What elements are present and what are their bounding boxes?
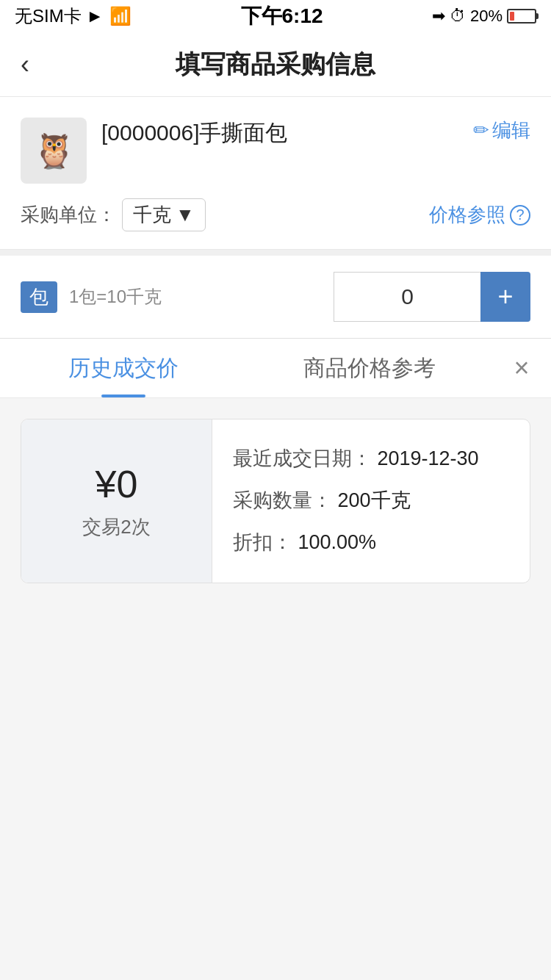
price-history-card: ¥0 交易2次 最近成交日期： 2019-12-30 采购数量： 200千克 折… [21, 419, 530, 583]
battery-percent: 20% [470, 7, 503, 26]
product-logo-image: 🦉 [33, 134, 75, 167]
date-row: 最近成交日期： 2019-12-30 [233, 443, 509, 475]
wifi-icon: 📶 [109, 6, 132, 26]
status-bar: 无SIM卡 ► 📶 下午6:12 ➡ ⏱ 20% [0, 0, 551, 32]
tab-product-price-ref[interactable]: 商品价格参考 [246, 339, 492, 397]
nav-bar: ‹ 填写商品采购信息 [0, 32, 551, 97]
qty-left: 包 1包=10千克 [21, 281, 162, 313]
trade-count: 交易2次 [82, 514, 150, 540]
product-logo: 🦉 [21, 118, 87, 184]
status-right: ➡ ⏱ 20% [432, 7, 536, 26]
tab-section: 历史成交价 商品价格参考 × [0, 339, 551, 398]
product-header: 🦉 [0000006]手撕面包 ✏ 编辑 [21, 118, 530, 184]
unit-conversion: 1包=10千克 [69, 285, 162, 309]
price-card-left: ¥0 交易2次 [21, 419, 212, 583]
status-time: 下午6:12 [241, 2, 323, 30]
price-card-right: 最近成交日期： 2019-12-30 采购数量： 200千克 折扣： 100.0… [212, 419, 530, 583]
qty-value: 200千克 [338, 489, 411, 511]
close-button[interactable]: × [492, 353, 551, 383]
discount-label: 折扣： [233, 531, 292, 553]
tab-row: 历史成交价 商品价格参考 × [0, 339, 551, 397]
increment-button[interactable]: + [480, 272, 530, 322]
edit-button[interactable]: ✏ 编辑 [473, 118, 530, 143]
price-ref-label: 价格参照 [429, 202, 505, 228]
tab-history-label: 历史成交价 [68, 353, 179, 383]
quantity-input[interactable]: 0 [334, 272, 480, 322]
qty-input-area: 0 + [334, 272, 530, 322]
discount-row: 折扣： 100.00% [233, 527, 509, 558]
battery-icon [507, 9, 536, 24]
price-amount: ¥0 [96, 461, 138, 507]
edit-icon: ✏ [473, 119, 489, 142]
dropdown-icon: ▼ [176, 203, 195, 226]
unit-label: 采购单位： [21, 202, 116, 228]
product-name: [0000006]手撕面包 [101, 118, 287, 148]
product-left: 🦉 [0000006]手撕面包 [21, 118, 287, 184]
tab-product-label: 商品价格参考 [303, 353, 436, 383]
tab-underline [101, 394, 145, 397]
product-info: [0000006]手撕面包 [101, 118, 287, 148]
content-area: ¥0 交易2次 最近成交日期： 2019-12-30 采购数量： 200千克 折… [0, 398, 551, 839]
unit-value: 千克 [133, 202, 171, 228]
qty-label: 采购数量： [233, 489, 332, 511]
date-label: 最近成交日期： [233, 447, 372, 469]
unit-selector-group: 采购单位： 千克 ▼ [21, 198, 206, 231]
product-unit-row: 采购单位： 千克 ▼ 价格参照 ? [21, 198, 530, 231]
alarm-icon: ⏱ [450, 7, 466, 26]
info-icon: ? [510, 205, 530, 226]
discount-value: 100.00% [298, 531, 377, 553]
edit-label: 编辑 [492, 118, 530, 143]
status-carrier: 无SIM卡 ► 📶 [15, 4, 132, 28]
location-icon: ➡ [432, 7, 445, 26]
back-button[interactable]: ‹ [21, 49, 29, 80]
price-ref-button[interactable]: 价格参照 ? [429, 202, 530, 228]
product-card: 🦉 [0000006]手撕面包 ✏ 编辑 采购单位： 千克 ▼ 价格参照 ? [0, 97, 551, 250]
carrier-text: 无SIM卡 ► [15, 4, 104, 28]
qty-row: 采购数量： 200千克 [233, 485, 509, 516]
battery-fill [510, 12, 514, 21]
date-value: 2019-12-30 [378, 447, 479, 469]
unit-badge: 包 [21, 281, 57, 313]
unit-select[interactable]: 千克 ▼ [122, 198, 206, 231]
tab-history-price[interactable]: 历史成交价 [0, 339, 246, 397]
page-title: 填写商品采购信息 [176, 48, 375, 82]
quantity-section: 包 1包=10千克 0 + [0, 250, 551, 339]
